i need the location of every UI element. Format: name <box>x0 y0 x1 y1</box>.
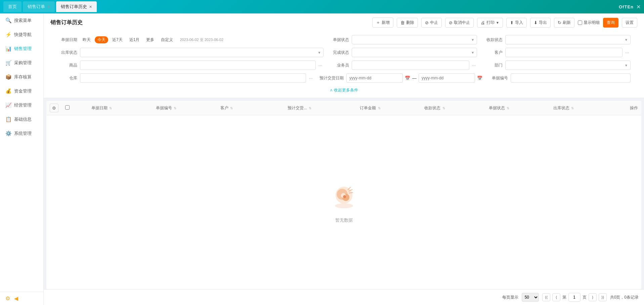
goods-more-btn[interactable]: ··· <box>317 63 324 68</box>
payment-status-wrapper: ▼ <box>505 35 631 44</box>
repo-control: ··· <box>80 73 314 83</box>
repo-more-btn[interactable]: ··· <box>307 75 314 81</box>
first-page-btn[interactable]: ⟨⟨ <box>542 293 550 301</box>
close-tab-sales-order-history[interactable]: ✕ <box>89 5 92 9</box>
payment-status-select[interactable] <box>505 35 631 44</box>
sidebar-item-quicknav-label: 快捷导航 <box>14 32 32 38</box>
collapse-sidebar-icon[interactable]: ◀ <box>14 295 18 302</box>
last-page-btn[interactable]: ⟩⟩ <box>599 293 607 301</box>
customer-more-btn[interactable]: ··· <box>624 50 631 55</box>
sidebar-item-search[interactable]: 🔍 搜索菜单 <box>0 13 43 28</box>
data-table: ⚙ 单据日期 ⇅ 单据编号 ⇅ <box>46 101 641 115</box>
shortcut-7days[interactable]: 近7天 <box>110 36 125 43</box>
page-size-label: 每页显示 <box>502 295 518 300</box>
display-detail-checkbox[interactable] <box>578 21 582 25</box>
new-icon: ＋ <box>376 20 380 26</box>
customer-input[interactable] <box>505 48 622 57</box>
print-arrow-icon: ▼ <box>496 21 499 25</box>
tab-sales-order[interactable]: 销售订单 ✕ <box>23 1 55 12</box>
delete-label: 删除 <box>406 20 414 26</box>
order-status-select[interactable] <box>352 35 477 44</box>
th-customer[interactable]: 客户 ⇅ <box>217 101 284 115</box>
salesperson-input[interactable] <box>352 61 469 70</box>
search-icon: 🔍 <box>5 17 11 24</box>
th-order-no[interactable]: 单据编号 ⇅ <box>153 101 217 115</box>
sidebar-item-purchase[interactable]: 🛒 采购管理 <box>0 56 43 70</box>
collapse-bar[interactable]: ∧ 收起更多条件 <box>57 86 631 95</box>
empty-text: 暂无数据 <box>335 217 353 223</box>
sidebar-item-sales[interactable]: 📊 销售管理 <box>0 42 43 56</box>
th-delivery[interactable]: 预计交货... ⇅ <box>284 101 357 115</box>
th-payment[interactable]: 收款状态 ⇅ <box>421 101 485 115</box>
stop-button[interactable]: ⊘ 中止 <box>421 18 442 28</box>
query-button[interactable]: 查询 <box>603 18 618 28</box>
page-word2: 页 <box>583 295 587 300</box>
top-bar-right: OfTEn ✕ <box>619 4 641 10</box>
stop-label: 中止 <box>430 20 438 26</box>
th-amount[interactable]: 订单金额 ⇅ <box>356 101 421 115</box>
shortcut-custom[interactable]: 自定义 <box>158 36 176 43</box>
complete-status-select[interactable] <box>352 48 477 57</box>
goods-label: 商品 <box>57 63 77 68</box>
order-no-input[interactable] <box>511 73 631 83</box>
select-all-checkbox[interactable] <box>65 105 70 110</box>
th-order-status-label: 单据状态 <box>489 106 505 110</box>
sidebar-item-system-label: 系统管理 <box>14 130 32 137</box>
warehouse-status-select[interactable] <box>80 48 324 57</box>
sidebar-item-basic-info[interactable]: 📋 基础信息 <box>0 112 43 126</box>
cancel-stop-label: 取消中止 <box>454 20 470 26</box>
tab-sales-order-history[interactable]: 销售订单历史 ✕ <box>56 1 97 12</box>
delivery-date-start[interactable] <box>346 73 403 83</box>
refresh-button[interactable]: ↻ 刷新 <box>554 18 574 28</box>
repo-input[interactable] <box>80 73 306 83</box>
th-date[interactable]: 单据日期 ⇅ <box>88 101 153 115</box>
total-info: 共0页，0条记录 <box>610 295 639 300</box>
shortcut-1month[interactable]: 近1月 <box>127 36 142 43</box>
table-area: ⚙ 单据日期 ⇅ 单据编号 ⇅ <box>46 101 641 289</box>
delivery-date-end[interactable] <box>419 73 475 83</box>
cancel-stop-button[interactable]: ⊘ 取消中止 <box>445 18 474 28</box>
topbar-close-icon[interactable]: ✕ <box>636 4 641 10</box>
dept-select[interactable] <box>505 61 631 70</box>
system-icon: ⚙️ <box>5 130 11 137</box>
stop-icon: ⊘ <box>425 20 429 25</box>
th-order-status[interactable]: 单据状态 ⇅ <box>485 101 550 115</box>
sidebar-item-system[interactable]: ⚙️ 系统管理 <box>0 126 43 141</box>
page-title: 销售订单历史 <box>50 19 83 26</box>
goods-input[interactable] <box>80 61 316 70</box>
settings-label: 设置 <box>626 20 634 26</box>
export-button[interactable]: ⬇ 导出 <box>530 18 551 28</box>
shortcut-more[interactable]: 更多 <box>143 36 157 43</box>
pagination: ⟨⟨ ⟨ 第 页 ⟩ ⟩⟩ <box>542 293 607 302</box>
shortcut-yesterday[interactable]: 昨天 <box>80 36 93 43</box>
close-tab-sales-order[interactable]: ✕ <box>47 5 50 9</box>
new-button[interactable]: ＋ 新增 <box>372 17 393 28</box>
filter-salesperson: 业务员 ··· <box>329 61 477 70</box>
main-layout: 🔍 搜索菜单 ⚡ 快捷导航 📊 销售管理 🛒 采购管理 📦 库存核算 💰 资金管… <box>0 13 644 305</box>
print-label: 打印 <box>486 20 495 26</box>
prev-page-btn[interactable]: ⟨ <box>552 293 560 301</box>
next-page-btn[interactable]: ⟩ <box>589 293 597 301</box>
th-warehouse-status[interactable]: 出库状态 ⇅ <box>550 101 614 115</box>
tab-home[interactable]: 首页 <box>3 1 22 12</box>
sidebar: 🔍 搜索菜单 ⚡ 快捷导航 📊 销售管理 🛒 采购管理 📦 库存核算 💰 资金管… <box>0 13 44 305</box>
sidebar-item-quicknav[interactable]: ⚡ 快捷导航 <box>0 28 43 42</box>
page-number-input[interactable] <box>568 293 581 302</box>
salesperson-more-btn[interactable]: ··· <box>471 63 477 68</box>
filter-order-no: 单据编号 <box>488 73 631 83</box>
sidebar-item-finance[interactable]: 💰 资金管理 <box>0 84 43 98</box>
page-size-select[interactable]: 50 10 20 100 <box>522 293 539 302</box>
sidebar-item-operations[interactable]: 📈 经营管理 <box>0 98 43 112</box>
delete-button[interactable]: 🗑 删除 <box>397 18 418 28</box>
table-settings-icon[interactable]: ⚙ <box>50 104 58 112</box>
import-button[interactable]: ⬆ 导入 <box>506 18 527 28</box>
print-button[interactable]: 🖨 打印 ▼ <box>477 18 503 28</box>
sidebar-item-inventory[interactable]: 📦 库存核算 <box>0 70 43 84</box>
cancel-stop-icon: ⊘ <box>449 20 453 25</box>
settings-button[interactable]: 设置 <box>622 18 637 28</box>
often-label: OfTEn <box>619 4 634 9</box>
shortcut-today[interactable]: 今天 <box>95 36 108 43</box>
purchase-icon: 🛒 <box>5 60 11 66</box>
settings-bottom-icon[interactable]: ⚙ <box>5 295 10 302</box>
display-detail-check[interactable]: 显示明细 <box>578 20 600 26</box>
